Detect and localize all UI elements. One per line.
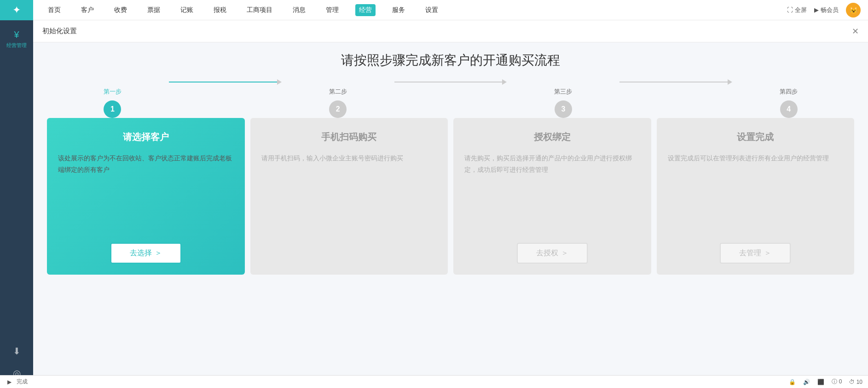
nav-service[interactable]: 服务 — [388, 4, 409, 16]
h-line-2 — [394, 82, 503, 82]
card-3: 授权绑定 请先购买，购买后选择开通的产品中的企业用户进行授权绑定，成功后即可进行… — [453, 118, 651, 275]
nav-items: 首页 客户 收费 票据 记账 报税 工商项目 消息 管理 经营 服务 设置 — [44, 4, 442, 16]
step-col-1: 第一步 1 — [56, 88, 169, 118]
sidebar: ¥ 经营管理 ⬇ ◎ — [0, 20, 33, 388]
step-label-2: 第二步 — [329, 88, 347, 96]
card-title-2: 手机扫码购买 — [261, 131, 437, 143]
nav-tax[interactable]: 报税 — [210, 4, 230, 16]
connector-1-2 — [169, 79, 282, 85]
go-manage-arrow: ＞ — [764, 248, 771, 258]
page-title: 初始化设置 — [42, 27, 77, 35]
go-authorize-button[interactable]: 去授权 ＞ — [517, 243, 588, 264]
steps-row: 第一步 1 第二步 2 第三步 3 — [47, 88, 854, 118]
nav-home[interactable]: 首页 — [44, 4, 64, 16]
status-left: ▶ 完成 — [6, 378, 28, 386]
sidebar-item-label: 经营管理 — [6, 42, 27, 49]
connector-2-3 — [394, 79, 507, 85]
lock-icon: 🔒 — [789, 379, 796, 385]
nav-operation[interactable]: 经营 — [355, 4, 376, 16]
go-authorize-arrow: ＞ — [561, 248, 568, 258]
go-manage-label: 去管理 — [739, 248, 761, 258]
member-btn[interactable]: ▶ 畅会员 — [814, 6, 839, 14]
close-button[interactable]: ✕ — [852, 26, 859, 36]
step-col-3: 第三步 3 — [507, 88, 619, 118]
card-title-4: 设置完成 — [668, 131, 844, 143]
go-select-arrow: ＞ — [155, 248, 162, 258]
content-area: 请按照步骤完成新客户的开通购买流程 第一步 1 第二步 2 — [33, 42, 868, 388]
go-authorize-label: 去授权 — [536, 248, 558, 258]
arrow-3 — [728, 79, 732, 85]
card-title-1: 请选择客户 — [58, 131, 234, 143]
nav-settings[interactable]: 设置 — [422, 4, 442, 16]
h-line-3 — [619, 82, 728, 82]
nav-accounting[interactable]: 记账 — [177, 4, 197, 16]
cards-row: 请选择客户 该处展示的客户为不在回收站、客户状态正常建账后完成老板端绑定的所有客… — [47, 118, 854, 275]
step-label-4: 第四步 — [780, 88, 798, 96]
info-icon: ⓘ 0 — [832, 378, 842, 386]
arrow-2 — [502, 79, 507, 85]
card-desc-1: 该处展示的客户为不在回收站、客户状态正常建账后完成老板端绑定的所有客户 — [58, 153, 234, 232]
fullscreen-btn[interactable]: ⛶ 全屏 — [787, 6, 807, 14]
card-1: 请选择客户 该处展示的客户为不在回收站、客户状态正常建账后完成老板端绑定的所有客… — [47, 118, 245, 275]
nav-fee[interactable]: 收费 — [110, 4, 131, 16]
main-content: 初始化设置 ✕ 请按照步骤完成新客户的开通购买流程 第一步 1 第二步 2 — [33, 20, 868, 388]
volume-icon: 🔊 — [803, 379, 810, 385]
status-right: 🔒 🔊 ⬛ ⓘ 0 ⏱ 10 — [789, 378, 862, 386]
nav-customer[interactable]: 客户 — [77, 4, 98, 16]
logo-icon: ✦ — [12, 4, 21, 16]
step-label-1: 第一步 — [104, 88, 122, 96]
step-col-2: 第二步 2 — [282, 88, 394, 118]
sidebar-download[interactable]: ⬇ — [0, 341, 33, 361]
page-header: 初始化设置 ✕ — [33, 20, 868, 42]
connector-3-4 — [619, 79, 732, 85]
timer-icon: ⏱ 10 — [849, 379, 862, 385]
step-label-3: 第三步 — [554, 88, 572, 96]
arrow-1 — [277, 79, 282, 85]
card-2: 手机扫码购买 请用手机扫码，输入小微企业主账号密码进行购买 — [250, 118, 448, 275]
step-circle-1: 1 — [104, 100, 121, 118]
yuan-icon: ¥ — [14, 29, 19, 40]
card-4: 设置完成 设置完成后可以在管理列表进行所有企业用户的经营管理 去管理 ＞ — [657, 118, 855, 275]
nav-right: ⛶ 全屏 ▶ 畅会员 😺 — [787, 3, 861, 18]
sidebar-item-operation[interactable]: ¥ 经营管理 — [0, 25, 33, 53]
go-select-button[interactable]: 去选择 ＞ — [110, 243, 181, 264]
step-circle-3: 3 — [555, 100, 572, 118]
card-desc-4: 设置完成后可以在管理列表进行所有企业用户的经营管理 — [668, 153, 844, 232]
nav-invoice[interactable]: 票据 — [144, 4, 164, 16]
status-text: 完成 — [17, 378, 28, 386]
step-circle-4: 4 — [780, 100, 798, 118]
member-icon: ▶ — [814, 6, 819, 13]
top-navigation: ✦ 首页 客户 收费 票据 记账 报税 工商项目 消息 管理 经营 服务 设置 … — [0, 0, 868, 20]
step-circle-2: 2 — [329, 100, 347, 118]
card-title-3: 授权绑定 — [464, 131, 640, 143]
download-icon: ⬇ — [13, 346, 21, 357]
flow-title: 请按照步骤完成新客户的开通购买流程 — [47, 52, 854, 69]
h-line-1 — [169, 82, 277, 82]
go-manage-button[interactable]: 去管理 ＞ — [720, 243, 791, 264]
nav-message[interactable]: 消息 — [289, 4, 309, 16]
avatar[interactable]: 😺 — [846, 3, 861, 18]
card-desc-3: 请先购买，购买后选择开通的产品中的企业用户进行授权绑定，成功后即可进行经营管理 — [464, 153, 640, 232]
card-desc-2: 请用手机扫码，输入小微企业主账号密码进行购买 — [261, 153, 437, 264]
go-select-label: 去选择 — [130, 248, 152, 258]
status-bar: ▶ 完成 🔒 🔊 ⬛ ⓘ 0 ⏱ 10 — [0, 375, 868, 388]
nav-business[interactable]: 工商项目 — [243, 4, 276, 16]
step-col-4: 第四步 4 — [732, 88, 845, 118]
play-button[interactable]: ▶ — [6, 378, 13, 386]
fullscreen-icon: ⛶ — [787, 6, 793, 13]
screen-icon: ⬛ — [817, 379, 824, 385]
nav-manage[interactable]: 管理 — [322, 4, 342, 16]
logo: ✦ — [0, 0, 33, 20]
